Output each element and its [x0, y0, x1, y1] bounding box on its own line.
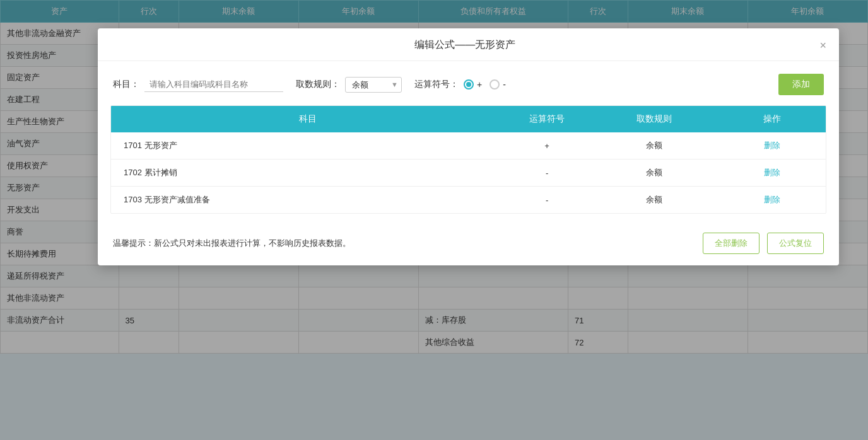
dialog-footer: 温馨提示：新公式只对未出报表进行计算，不影响历史报表数据。 全部删除 公式复位	[98, 224, 839, 265]
subject-input[interactable]	[144, 77, 283, 92]
dialog-header: 编辑公式——无形资产 ×	[98, 28, 839, 61]
operator-minus-label: -	[503, 79, 506, 90]
operator-radio-group: + -	[464, 79, 506, 90]
subject-label: 科目：	[113, 79, 139, 90]
delete-row-button[interactable]: 删除	[764, 141, 780, 150]
table-header-row: 科目 运算符号 取数规则 操作	[111, 106, 826, 132]
cell-rule: 余额	[590, 159, 718, 187]
cell-subject: 1701 无形资产	[111, 132, 504, 159]
th-action: 操作	[718, 106, 826, 132]
th-subject: 科目	[111, 106, 504, 132]
table-row: 1701 无形资产+余额删除	[111, 132, 826, 159]
delete-row-button[interactable]: 删除	[764, 168, 780, 177]
th-rule: 取数规则	[590, 106, 718, 132]
cell-subject: 1703 无形资产减值准备	[111, 187, 504, 214]
hint-prefix: 温馨提示：	[113, 238, 154, 248]
cell-action: 删除	[718, 187, 826, 214]
operator-plus-circle	[464, 79, 474, 90]
rule-field-group: 取数规则： 余额 借方 贷方 借方累计 贷方累计 ▼	[296, 77, 402, 93]
delete-row-button[interactable]: 删除	[764, 195, 780, 204]
operator-plus-radio[interactable]: +	[464, 79, 482, 90]
cell-action: 删除	[718, 132, 826, 159]
cell-rule: 余额	[590, 132, 718, 159]
delete-all-button[interactable]: 全部删除	[703, 233, 760, 254]
cell-subject: 1702 累计摊销	[111, 159, 504, 187]
operator-minus-radio[interactable]: -	[490, 79, 506, 90]
footer-hint: 温馨提示：新公式只对未出报表进行计算，不影响历史报表数据。	[113, 238, 351, 249]
add-button[interactable]: 添加	[778, 74, 824, 95]
rule-label: 取数规则：	[296, 79, 340, 90]
th-operator: 运算符号	[504, 106, 590, 132]
formula-table-wrap: 科目 运算符号 取数规则 操作 1701 无形资产+余额删除1702 累计摊销-…	[110, 105, 826, 214]
operator-field-group: 运算符号： + -	[414, 79, 506, 90]
operator-minus-circle	[490, 79, 500, 90]
operator-plus-dot	[466, 82, 471, 87]
hint-text: 新公式只对未出报表进行计算，不影响历史报表数据。	[154, 238, 351, 248]
dialog-close-button[interactable]: ×	[819, 40, 826, 51]
cell-operator: +	[504, 132, 590, 159]
formula-form: 科目： 取数规则： 余额 借方 贷方 借方累计 贷方累计 ▼ 运算符号：	[98, 61, 839, 105]
cell-rule: 余额	[590, 187, 718, 214]
rule-select[interactable]: 余额 借方 贷方 借方累计 贷方累计	[345, 77, 402, 93]
cell-operator: -	[504, 159, 590, 187]
cell-operator: -	[504, 187, 590, 214]
table-row: 1702 累计摊销-余额删除	[111, 159, 826, 187]
rule-select-wrap: 余额 借方 贷方 借方累计 贷方累计 ▼	[345, 77, 402, 93]
footer-buttons: 全部删除 公式复位	[703, 233, 824, 254]
reset-formula-button[interactable]: 公式复位	[767, 233, 824, 254]
operator-label: 运算符号：	[414, 79, 459, 90]
formula-table: 科目 运算符号 取数规则 操作 1701 无形资产+余额删除1702 累计摊销-…	[111, 106, 826, 213]
subject-field-group: 科目：	[113, 77, 283, 92]
dialog-title: 编辑公式——无形资产	[110, 38, 819, 52]
cell-action: 删除	[718, 159, 826, 187]
edit-formula-dialog: 编辑公式——无形资产 × 科目： 取数规则： 余额 借方 贷方 借方累计 贷方累…	[98, 28, 839, 265]
operator-plus-label: +	[477, 79, 482, 90]
table-row: 1703 无形资产减值准备-余额删除	[111, 187, 826, 214]
